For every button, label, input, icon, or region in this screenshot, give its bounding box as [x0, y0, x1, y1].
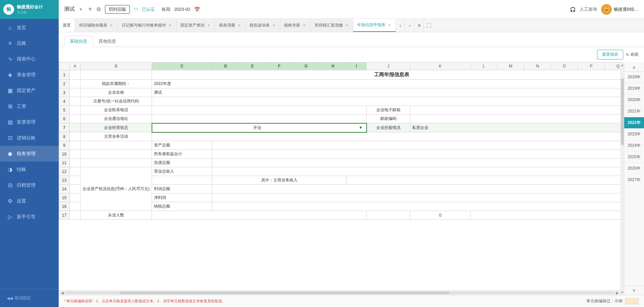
scroll-v-track[interactable]: [621, 68, 624, 290]
cell-4-C[interactable]: [152, 97, 621, 106]
cell-8-B[interactable]: 主营业务活动: [80, 132, 152, 141]
cell-2-A[interactable]: [70, 80, 80, 88]
cell-5-J[interactable]: 企业电子邮箱: [367, 106, 410, 115]
tab-journal-bank[interactable]: 日记账与银行对账单核对 ✕: [118, 19, 176, 32]
cell-12-D[interactable]: [212, 167, 621, 176]
cell-7-K[interactable]: 私营企业: [410, 123, 621, 132]
col-header-O[interactable]: O: [551, 62, 578, 70]
switch-old-version-btn[interactable]: 切到旧版: [105, 5, 130, 14]
cell-5-C[interactable]: [152, 106, 367, 115]
col-header-P[interactable]: P: [578, 62, 605, 70]
sidebar-item-newuser[interactable]: ▷ 新手引导: [0, 209, 59, 225]
cell-13-D[interactable]: 其中：主营业务收入: [212, 176, 346, 185]
col-header-J[interactable]: J: [367, 62, 410, 70]
sidebar-item-assets[interactable]: ▦ 固定资产: [0, 83, 59, 98]
cell-8-A[interactable]: [70, 132, 80, 141]
sidebar-item-inout[interactable]: ⊡ 进销台账: [0, 130, 59, 146]
cell-11-C[interactable]: 负债总额: [152, 159, 212, 167]
col-header-A[interactable]: A: [70, 62, 80, 70]
tab-next-btn[interactable]: ›: [405, 19, 415, 32]
tab-close-icon[interactable]: ✕: [345, 23, 349, 28]
tab-close-icon[interactable]: ✕: [302, 23, 306, 28]
cell-13-C[interactable]: [152, 176, 212, 185]
year-2021[interactable]: 2021年: [624, 106, 644, 117]
grid-container[interactable]: A B C D E F G H I J: [59, 62, 621, 290]
cell-17-B[interactable]: 从业人数: [80, 211, 152, 220]
year-2023[interactable]: 2023年: [624, 129, 644, 140]
tab-close-icon[interactable]: ✕: [109, 23, 113, 28]
scroll-thumb[interactable]: [120, 292, 449, 294]
cell-3-C[interactable]: 测试: [152, 88, 621, 97]
year-up-btn[interactable]: ▲: [624, 62, 644, 72]
cell-11-A[interactable]: [70, 159, 80, 167]
cell-7-B[interactable]: 企业经营状态: [80, 123, 152, 132]
year-2026[interactable]: 2026年: [624, 163, 644, 174]
cell-15-A[interactable]: [70, 193, 80, 202]
scroll-track[interactable]: [65, 292, 614, 294]
cell-13-I[interactable]: [346, 176, 621, 185]
cell-17-L[interactable]: [471, 211, 621, 220]
cell-14-C[interactable]: 利润总额: [152, 185, 212, 193]
scroll-down-btn[interactable]: ▼: [621, 290, 624, 295]
vertical-scrollbar[interactable]: ▲ ▼: [621, 62, 624, 295]
sidebar-item-ledger[interactable]: ≡ 总账: [0, 36, 59, 51]
cell-5-B[interactable]: 企业联系电话: [80, 106, 152, 115]
year-2027[interactable]: 2027年: [624, 174, 644, 186]
col-header-I[interactable]: I: [346, 62, 367, 70]
col-header-K[interactable]: K: [410, 62, 471, 70]
year-2018[interactable]: 2018年: [624, 72, 644, 83]
scroll-v-thumb[interactable]: [621, 79, 624, 145]
cell-9-D[interactable]: [212, 141, 621, 150]
cell-9-A[interactable]: [70, 141, 80, 150]
cell-7-A[interactable]: [70, 123, 80, 132]
sidebar-collapse-btn[interactable]: ◀◀ 取消固定: [3, 293, 55, 304]
tab-aux-balance[interactable]: 科目辅助余额表 ✕: [75, 19, 118, 32]
cell-8-C[interactable]: [152, 132, 621, 141]
year-2025[interactable]: 2025年: [624, 151, 644, 163]
gear-icon[interactable]: ⚙: [96, 6, 101, 12]
cell-6-K[interactable]: [410, 115, 621, 123]
cell-2-C[interactable]: 2022年度: [152, 80, 621, 88]
col-header-E[interactable]: E: [239, 62, 266, 70]
cell-5-K[interactable]: [410, 106, 621, 115]
cell-16-A[interactable]: [70, 202, 80, 211]
cell-6-C[interactable]: [152, 115, 367, 123]
calendar-icon[interactable]: 📅: [194, 7, 200, 12]
cell-1-A[interactable]: [70, 70, 80, 80]
tab-close-icon[interactable]: ✕: [272, 23, 276, 28]
cell-6-A[interactable]: [70, 115, 80, 123]
col-header-D[interactable]: D: [212, 62, 239, 70]
col-header-Q[interactable]: Q: [605, 62, 621, 70]
year-2022[interactable]: 2022年: [624, 117, 644, 129]
tab-fixed-asset-type[interactable]: 固定资产类别 ✕: [176, 19, 215, 32]
cell-15-D[interactable]: [212, 193, 621, 202]
col-header-B[interactable]: B: [80, 62, 152, 70]
cell-12-B[interactable]: 企业资产状况信息(币种：人民币万元): [80, 167, 152, 211]
refresh-btn[interactable]: ↻ 刷新: [626, 52, 639, 57]
cell-6-B[interactable]: 企业通信地址: [80, 115, 152, 123]
horizontal-scrollbar[interactable]: ◀ ▶: [59, 290, 621, 295]
cell-4-B[interactable]: 注册号/统一社会信用代码: [80, 97, 152, 106]
year-2024[interactable]: 2024年: [624, 140, 644, 151]
cell-4-A[interactable]: [70, 97, 80, 106]
tab-expand-btn[interactable]: ⛶: [424, 19, 433, 32]
sidebar-item-closing[interactable]: ◑ 结账: [0, 162, 59, 177]
cell-9-C[interactable]: 资产总额: [152, 141, 212, 150]
col-header-G[interactable]: G: [293, 62, 320, 70]
col-header-F[interactable]: F: [266, 62, 293, 70]
scroll-left-btn[interactable]: ◀: [59, 291, 65, 295]
user-menu[interactable]: 🐱 畅捷通B组…: [601, 4, 639, 15]
tab-close-icon[interactable]: ✕: [237, 23, 241, 28]
sidebar-item-wages[interactable]: ⊞ 工资: [0, 98, 59, 114]
cell-1-B[interactable]: [80, 70, 152, 80]
tab-income-tax[interactable]: 所得税汇算清缴 ✕: [311, 19, 353, 32]
tab-tax-wave[interactable]: 税负波动表 ✕: [246, 19, 280, 32]
sidebar-item-invoice[interactable]: ▤ 发票管理: [0, 114, 59, 130]
cell-10-B[interactable]: [80, 150, 152, 159]
cell-14-D[interactable]: [212, 185, 621, 193]
cell-6-J[interactable]: 邮政编码: [367, 115, 410, 123]
sidebar-item-settings[interactable]: ⚙ 设置: [0, 193, 59, 209]
cell-3-B[interactable]: 企业名称: [80, 88, 152, 97]
cell-12-C[interactable]: 营业总收入: [152, 167, 212, 176]
cell-1-title[interactable]: 工商年报信息表: [152, 70, 621, 80]
